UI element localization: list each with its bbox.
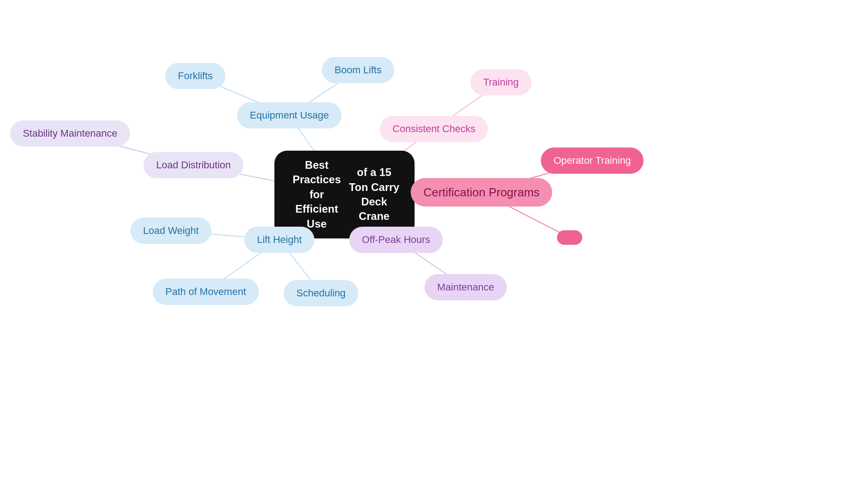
lift-planning-node: Lift Height	[244, 227, 314, 253]
maintenance-node: Consistent Checks	[380, 116, 488, 142]
equipment-usage-node: Equipment Usage	[237, 102, 342, 128]
path-of-movement-node: Scheduling	[284, 280, 359, 306]
lift-height-node: Load Weight	[130, 218, 211, 244]
stability-maintenance-node: Stability Maintenance	[10, 120, 130, 147]
load-weight-node: Path of Movement	[153, 279, 259, 305]
certification-programs-node: Operator Training	[541, 147, 643, 174]
training-node: Certification Programs	[410, 178, 552, 207]
forklifts-node: Forklifts	[165, 63, 226, 89]
operator-training-node	[557, 230, 582, 245]
load-distribution-node: Load Distribution	[143, 152, 243, 178]
center-node: Best Practices for Efficient Useof a 15 …	[274, 151, 415, 238]
boom-lifts-node: Boom Lifts	[322, 57, 394, 83]
scheduling-node: Off-Peak Hours	[349, 227, 443, 253]
off-peak-hours-node: Maintenance	[425, 274, 507, 300]
consistent-checks-node: Training	[471, 69, 532, 95]
